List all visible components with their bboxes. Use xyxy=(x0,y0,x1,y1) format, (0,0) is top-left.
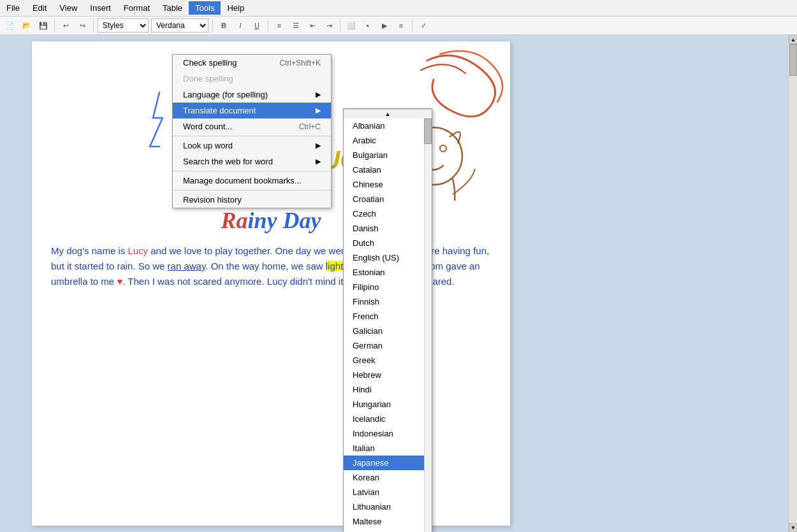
lang-hebrew[interactable]: Hebrew xyxy=(344,368,432,382)
lang-italian[interactable]: Italian xyxy=(344,441,432,456)
translate-document-arrow: ▶ xyxy=(316,106,321,115)
menu-insert[interactable]: Insert xyxy=(84,1,117,15)
separator-c xyxy=(173,190,331,191)
lang-albanian[interactable]: Albanian xyxy=(344,119,432,133)
scroll-down-arrow[interactable]: ▼ xyxy=(789,523,797,532)
bold-button[interactable]: B xyxy=(217,18,231,32)
spell-check-button[interactable]: ✓ xyxy=(416,18,430,32)
lookup-word-arrow: ▶ xyxy=(316,141,321,150)
styles-dropdown[interactable]: Styles xyxy=(98,18,149,32)
translate-document-item[interactable]: Translate document ▶ xyxy=(173,103,331,119)
lang-hindi[interactable]: Hindi xyxy=(344,382,432,397)
underline-button[interactable]: U xyxy=(250,18,264,32)
lang-icelandic[interactable]: Icelandic xyxy=(344,412,432,426)
save-button[interactable]: 💾 xyxy=(36,18,50,32)
manage-bookmarks-item[interactable]: Manage document bookmarks... xyxy=(173,173,331,189)
lang-danish[interactable]: Danish xyxy=(344,221,432,236)
lang-galician[interactable]: Galician xyxy=(344,324,432,338)
menu-file[interactable]: File xyxy=(0,1,26,15)
word-count-item[interactable]: Word count... Ctrl+C xyxy=(173,119,331,134)
menu-edit[interactable]: Edit xyxy=(26,1,53,15)
word-count-shortcut: Ctrl+C xyxy=(299,122,321,131)
align-center-button[interactable]: ▪ xyxy=(361,18,375,32)
lang-czech[interactable]: Czech xyxy=(344,206,432,221)
scroll-up-arrow[interactable]: ▲ xyxy=(789,35,797,44)
tools-dropdown-menu: Check spelling Ctrl+Shift+K Done spellin… xyxy=(172,54,332,208)
lang-maltese[interactable]: Maltese xyxy=(344,514,432,529)
menu-table[interactable]: Table xyxy=(156,1,189,15)
toolbar: 📄 📂 💾 ↩ ↪ Styles Verdana B I U ≡ ☰ ⇤ ⇥ ⬜… xyxy=(0,17,797,35)
indent-increase-button[interactable]: ⇥ xyxy=(322,18,336,32)
search-web-item[interactable]: Search the web for word ▶ xyxy=(173,154,331,169)
lang-catalan[interactable]: Catalan xyxy=(344,162,432,177)
menu-tools[interactable]: Tools xyxy=(189,1,221,15)
translate-submenu: ▲ Albanian Arabic Bulgarian Catalan Chin… xyxy=(343,108,432,532)
heart-symbol: ♥ xyxy=(117,276,122,287)
lang-english-us[interactable]: English (US) xyxy=(344,250,432,265)
lang-estonian[interactable]: Estonian xyxy=(344,265,432,280)
language-spelling-label: Language (for spelling) xyxy=(183,90,268,99)
lang-korean[interactable]: Korean xyxy=(344,470,432,485)
menu-help[interactable]: Help xyxy=(221,1,251,15)
new-button[interactable]: 📄 xyxy=(3,18,17,32)
menu-view[interactable]: View xyxy=(53,1,84,15)
search-web-arrow: ▶ xyxy=(316,157,321,166)
justify-button[interactable]: ≡ xyxy=(394,18,408,32)
ordered-list-button[interactable]: ≡ xyxy=(272,18,286,32)
lang-japanese[interactable]: Japanese xyxy=(344,456,432,470)
ran-away: ran away xyxy=(168,261,206,271)
indent-decrease-button[interactable]: ⇤ xyxy=(305,18,319,32)
title-ra: Ra xyxy=(221,208,247,233)
lookup-word-item[interactable]: Look up word ▶ xyxy=(173,138,331,154)
separator-1 xyxy=(54,19,55,32)
open-button[interactable]: 📂 xyxy=(20,18,34,32)
lang-german[interactable]: German xyxy=(344,338,432,353)
lang-french[interactable]: French xyxy=(344,309,432,324)
separator-b xyxy=(173,171,331,171)
menubar: File Edit View Insert Format Table Tools… xyxy=(0,0,797,17)
separator-4 xyxy=(268,19,268,32)
revision-history-label: Revision history xyxy=(183,195,242,205)
lang-croatian[interactable]: Croatian xyxy=(344,192,432,206)
language-list: Albanian Arabic Bulgarian Catalan Chines… xyxy=(344,119,432,532)
lang-finnish[interactable]: Finnish xyxy=(344,294,432,309)
lang-norwegian[interactable]: Norwegian xyxy=(344,529,432,532)
check-spelling-item[interactable]: Check spelling Ctrl+Shift+K xyxy=(173,55,331,71)
vertical-scroll-thumb[interactable] xyxy=(789,44,797,76)
submenu-scrollbar-thumb[interactable] xyxy=(424,119,432,144)
unordered-list-button[interactable]: ☰ xyxy=(289,18,303,32)
title-iny: iny xyxy=(248,208,283,233)
language-spelling-item[interactable]: Language (for spelling) ▶ xyxy=(173,87,331,103)
story-text: Rainy Day My dog's name is Lucy and we l… xyxy=(32,201,510,302)
submenu-scrollbar-track[interactable] xyxy=(424,119,432,532)
word-count-label: Word count... xyxy=(183,122,232,131)
lang-hungarian[interactable]: Hungarian xyxy=(344,397,432,412)
scroll-up-button[interactable]: ▲ xyxy=(344,109,432,119)
language-spelling-arrow: ▶ xyxy=(316,90,321,99)
lang-latvian[interactable]: Latvian xyxy=(344,485,432,500)
menu-format[interactable]: Format xyxy=(117,1,156,15)
lang-filipino[interactable]: Filipino xyxy=(344,280,432,294)
search-web-label: Search the web for word xyxy=(183,157,273,166)
align-right-button[interactable]: ▶ xyxy=(377,18,391,32)
dog-name: Lucy xyxy=(128,245,148,256)
font-dropdown[interactable]: Verdana xyxy=(151,18,208,32)
lang-dutch[interactable]: Dutch xyxy=(344,236,432,250)
redo-button[interactable]: ↪ xyxy=(75,18,89,32)
lang-arabic[interactable]: Arabic xyxy=(344,133,432,148)
revision-history-item[interactable]: Revision history xyxy=(173,192,331,208)
lang-bulgarian[interactable]: Bulgarian xyxy=(344,148,432,162)
lang-chinese[interactable]: Chinese xyxy=(344,177,432,192)
translate-document-label: Translate document xyxy=(183,106,256,115)
right-scrollbar: ▲ ▼ xyxy=(788,35,797,532)
document-area: LUCKY Rainy Day My dog's name is Lucy an… xyxy=(0,35,797,532)
check-spelling-label: Check spelling xyxy=(183,58,237,68)
manage-bookmarks-label: Manage document bookmarks... xyxy=(183,176,302,185)
italic-button[interactable]: I xyxy=(233,18,247,32)
undo-button[interactable]: ↩ xyxy=(59,18,73,32)
lang-lithuanian[interactable]: Lithuanian xyxy=(344,500,432,514)
lang-greek[interactable]: Greek xyxy=(344,353,432,368)
align-left-button[interactable]: ⬜ xyxy=(344,18,358,32)
title-day: Day xyxy=(283,208,321,233)
lang-indonesian[interactable]: Indonesian xyxy=(344,426,432,441)
